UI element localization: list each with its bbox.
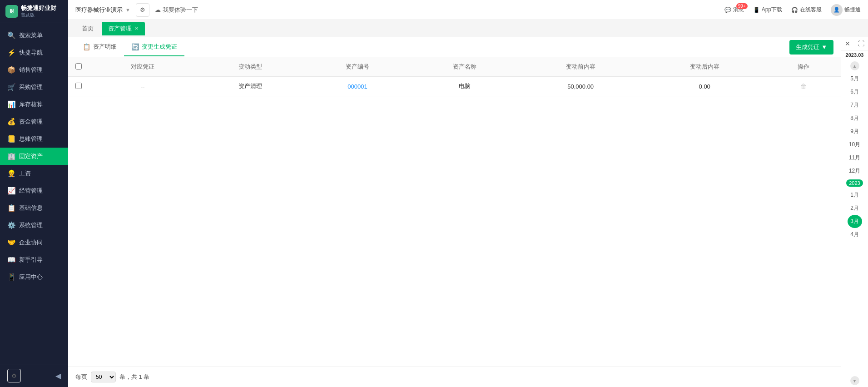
nav-label-quick-nav: 快捷导航 [19, 49, 43, 57]
download-icon: 📱 [753, 7, 760, 13]
user-info[interactable]: 👤 畅捷通 [831, 4, 861, 16]
sidebar-bottom: ⚙ ◀ [0, 364, 68, 387]
app-download-button[interactable]: 📱 App下载 [753, 6, 782, 14]
month-2023-4月[interactable]: 4月 [841, 228, 868, 241]
header-operation: 操作 [767, 57, 841, 77]
topbar: 医疗器械行业演示 ▼ ⚙ ☁ 我要体验一下 💬 消息 99+ 📱 App下载 🎧… [68, 0, 868, 20]
main-area: 医疗器械行业演示 ▼ ⚙ ☁ 我要体验一下 💬 消息 99+ 📱 App下载 🎧… [68, 0, 868, 387]
month-item-6月[interactable]: 6月 [841, 85, 868, 99]
sidebar-item-guide[interactable]: 📖新手引导 [0, 251, 68, 268]
sidebar-item-search[interactable]: 🔍搜索菜单 [0, 27, 68, 44]
nav-label-purchase: 采购管理 [19, 83, 43, 91]
tab-asset-management[interactable]: 资产管理✕ [102, 22, 145, 35]
sidebar-item-basic-info[interactable]: 📋基础信息 [0, 199, 68, 217]
nav-label-ledger: 总账管理 [19, 135, 43, 143]
nav-label-basic-info: 基础信息 [19, 204, 43, 212]
sidebar-item-inventory[interactable]: 📊库存核算 [0, 96, 68, 113]
tab-close-asset-management[interactable]: ✕ [134, 25, 139, 31]
sidebar-item-app-center[interactable]: 📱应用中心 [0, 268, 68, 286]
per-page-select[interactable]: 102050100 [91, 372, 116, 382]
month-item-9月[interactable]: 9月 [841, 125, 868, 138]
messages-badge: 99+ [736, 3, 748, 9]
nav-icon-guide: 📖 [7, 256, 15, 264]
sidebar-item-cooperation[interactable]: 🤝企业协同 [0, 234, 68, 251]
sidebar-item-quick-nav[interactable]: ⚡快捷导航 [0, 44, 68, 61]
user-label: 畅捷通 [844, 6, 861, 14]
content-area: 📋 资产明细 🔄 变更生成凭证 生成凭证 ▼ [68, 37, 868, 387]
right-panel-header: ✕ ⛶ [841, 37, 868, 50]
sidebar-logo: 财 畅捷通好业财 普及版 [0, 0, 68, 23]
header-checkbox-cell [68, 57, 89, 77]
sidebar: 财 畅捷通好业财 普及版 🔍搜索菜单⚡快捷导航📦销售管理🛒采购管理📊库存核算💰资… [0, 0, 68, 387]
company-selector[interactable]: 医疗器械行业演示 ▼ [75, 6, 130, 14]
topbar-settings-button[interactable]: ⚙ [136, 3, 149, 17]
month-item-12月[interactable]: 12月 [841, 164, 868, 178]
table-footer: 每页 102050100 条，共 1 条 [68, 367, 841, 387]
delete-button-0[interactable]: 🗑 [800, 83, 807, 90]
month-2023-2月[interactable]: 2月 [841, 202, 868, 215]
month-2023-3月[interactable]: 3月 [848, 215, 862, 228]
cloud-icon: ☁ [155, 6, 161, 13]
nav-icon-inventory: 📊 [7, 100, 15, 109]
tabbar: 首页资产管理✕ [68, 20, 868, 37]
table-row: -- 资产清理 000001 电脑 50,000.00 0.00 🗑 [68, 77, 841, 96]
header-asset-code: 资产编号 [304, 57, 411, 77]
logo-icon: 财 [5, 5, 18, 18]
nav-label-cooperation: 企业协同 [19, 238, 43, 247]
logo-name: 畅捷通好业财 [21, 5, 56, 12]
total-label: 条，共 1 条 [119, 373, 149, 381]
sidebar-item-finance[interactable]: 💰资金管理 [0, 113, 68, 130]
month-list: 5月6月7月8月9月10月11月12月20231月2月3月4月 [841, 72, 868, 374]
sidebar-item-sales[interactable]: 📦销售管理 [0, 61, 68, 79]
change-voucher-label: 变更生成凭证 [142, 43, 177, 51]
nav-label-sales: 销售管理 [19, 66, 43, 74]
month-item-8月[interactable]: 8月 [841, 112, 868, 125]
panel-expand-button[interactable]: ⛶ [858, 40, 864, 47]
app-download-label: App下载 [762, 6, 782, 14]
nav-label-app-center: 应用中心 [19, 273, 43, 281]
asset-detail-label: 资产明细 [93, 43, 117, 51]
nav-icon-payroll: 👷 [7, 169, 15, 178]
nav-label-inventory: 库存核算 [19, 100, 43, 109]
experience-button[interactable]: ☁ 我要体验一下 [155, 6, 198, 14]
nav-icon-system: ⚙️ [7, 221, 15, 229]
month-item-10月[interactable]: 10月 [841, 138, 868, 151]
change-voucher-icon: 🔄 [131, 43, 139, 50]
nav-label-search: 搜索菜单 [19, 31, 43, 40]
sidebar-item-payroll[interactable]: 👷工资 [0, 165, 68, 182]
sidebar-item-system[interactable]: ⚙️系统管理 [0, 217, 68, 234]
row-change-type-0: 资产清理 [196, 77, 303, 96]
messages-button[interactable]: 💬 消息 99+ [724, 6, 744, 14]
asset-detail-icon: 📋 [83, 43, 90, 50]
sidebar-item-ledger[interactable]: 📒总账管理 [0, 130, 68, 148]
sidebar-item-operations[interactable]: 📈经营管理 [0, 182, 68, 199]
sidebar-item-purchase[interactable]: 🛒采购管理 [0, 79, 68, 96]
online-service-button[interactable]: 🎧 在线客服 [791, 6, 822, 14]
month-item-11月[interactable]: 11月 [841, 151, 868, 164]
nav-icon-app-center: 📱 [7, 273, 15, 281]
chevron-down-icon: ▼ [125, 7, 130, 13]
row-checkbox-0[interactable] [75, 83, 82, 89]
nav-icon-quick-nav: ⚡ [7, 49, 15, 57]
sidebar-item-fixed-assets[interactable]: 🏢固定资产 [0, 148, 68, 165]
avatar: 👤 [831, 4, 843, 16]
panel-close-button[interactable]: ✕ [845, 40, 850, 47]
sidebar-settings-icon[interactable]: ⚙ [7, 369, 21, 382]
tab-home[interactable]: 首页 [75, 22, 100, 35]
row-voucher-0: -- [89, 77, 196, 96]
month-2023-1月[interactable]: 1月 [841, 189, 868, 202]
data-table: 对应凭证 变动类型 资产编号 资产名称 变动前内容 变动后内容 操作 -- 资产… [68, 57, 841, 96]
month-item-7月[interactable]: 7月 [841, 99, 868, 112]
scroll-down-button[interactable]: ▼ [850, 376, 859, 385]
year-top-label: 2023.03 [841, 50, 868, 60]
sub-tab-asset-detail[interactable]: 📋 资产明细 [75, 38, 124, 56]
sub-tab-change-voucher[interactable]: 🔄 变更生成凭证 [124, 38, 184, 56]
select-all-checkbox[interactable] [75, 63, 82, 69]
nav-icon-operations: 📈 [7, 187, 15, 195]
inner-content: 📋 资产明细 🔄 变更生成凭证 生成凭证 ▼ [68, 37, 841, 387]
scroll-up-button[interactable]: ▲ [850, 61, 859, 70]
month-item-5月[interactable]: 5月 [841, 72, 868, 85]
table-header-row: 对应凭证 变动类型 资产编号 资产名称 变动前内容 变动后内容 操作 [68, 57, 841, 77]
sidebar-collapse-icon[interactable]: ◀ [55, 372, 61, 380]
generate-voucher-button[interactable]: 生成凭证 ▼ [789, 40, 833, 55]
